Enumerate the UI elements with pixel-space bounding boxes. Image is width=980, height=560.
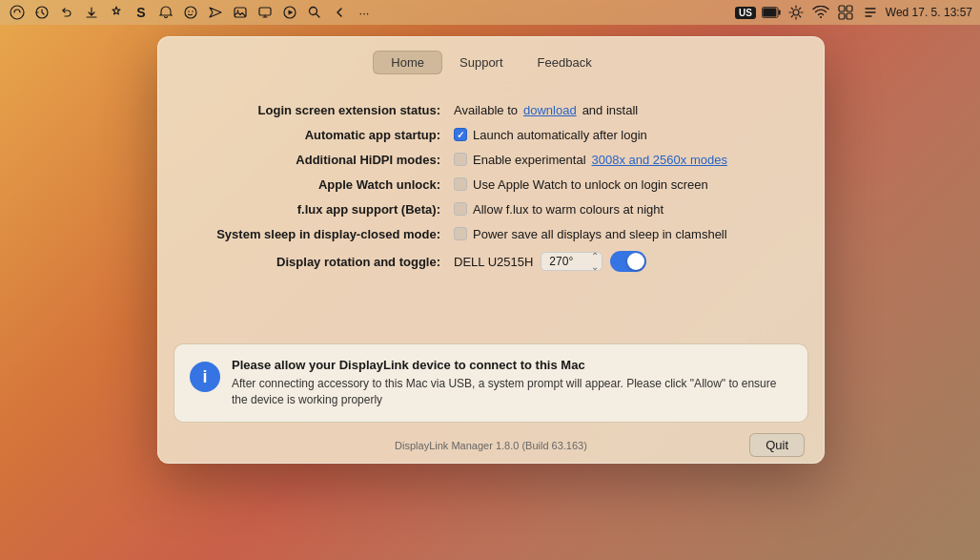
battery-icon xyxy=(762,3,781,22)
photos-icon[interactable] xyxy=(231,3,250,22)
label-watch: Apple Watch unlock: xyxy=(187,177,454,192)
watch-text: Use Apple Watch to unlock on login scree… xyxy=(473,177,708,192)
display-name: DELL U2515H xyxy=(454,255,533,269)
svg-point-2 xyxy=(185,7,196,18)
settings-row-rotation: Display rotation and toggle: DELL U2515H… xyxy=(187,246,795,277)
svg-point-4 xyxy=(192,10,194,12)
settings-row-sleep: System sleep in display-closed mode: Pow… xyxy=(187,221,795,246)
checkbox-sleep[interactable] xyxy=(454,227,467,240)
quit-button[interactable]: Quit xyxy=(749,433,805,457)
svg-point-9 xyxy=(310,8,317,15)
hidpi-link[interactable]: 3008x and 2560x modes xyxy=(592,153,727,167)
login-status-after: and install xyxy=(582,103,639,117)
controlcenter-icon[interactable] xyxy=(836,3,855,22)
wifi-icon[interactable] xyxy=(811,3,830,22)
settings-row-watch: Apple Watch unlock: Use Apple Watch to u… xyxy=(187,172,795,197)
value-rotation: DELL U2515H 270° 0° 90° 180° ⌃⌄ xyxy=(454,251,646,272)
checkbox-flux[interactable] xyxy=(454,202,467,216)
value-flux: Allow f.lux to warm colours at night xyxy=(454,202,664,217)
value-watch: Use Apple Watch to unlock on login scree… xyxy=(454,177,708,192)
label-flux: f.lux app support (Beta): xyxy=(187,202,454,217)
sleep-text: Power save all displays and sleep in cla… xyxy=(473,227,727,241)
history-icon[interactable] xyxy=(32,3,51,22)
menubar-right: US Wed 17. 5. 13:57 xyxy=(735,3,972,22)
info-text: Please allow your DisplayLink device to … xyxy=(232,358,792,408)
more-icon[interactable]: ··· xyxy=(355,3,374,22)
play-icon[interactable] xyxy=(280,3,299,22)
brightness-icon[interactable] xyxy=(786,3,806,22)
settings-row-login: Login screen extension status: Available… xyxy=(187,97,795,122)
download-icon[interactable] xyxy=(82,3,101,22)
tab-feedback[interactable]: Feedback xyxy=(521,52,609,73)
value-sleep: Power save all displays and sleep in cla… xyxy=(454,227,727,241)
download-link[interactable]: download xyxy=(523,103,577,117)
hidpi-text: Enable experimental xyxy=(473,153,586,167)
label-sleep: System sleep in display-closed mode: xyxy=(187,227,454,241)
svg-rect-11 xyxy=(763,8,776,16)
viber-icon[interactable] xyxy=(8,3,27,22)
menubar-left: S ··· xyxy=(8,3,374,22)
degree-select[interactable]: 270° 0° 90° 180° xyxy=(541,252,602,271)
svg-rect-17 xyxy=(847,13,852,19)
label-startup: Automatic app startup: xyxy=(187,128,454,142)
checkbox-watch[interactable] xyxy=(454,177,467,191)
svg-point-6 xyxy=(237,10,239,12)
svg-rect-15 xyxy=(847,6,852,11)
language-badge[interactable]: US xyxy=(735,7,756,19)
label-hidpi: Additional HiDPI modes: xyxy=(187,153,454,167)
magic-icon[interactable] xyxy=(107,3,126,22)
svg-point-3 xyxy=(188,10,190,12)
notificationcenter-icon[interactable] xyxy=(861,3,880,22)
tab-bar: Home Support Feedback xyxy=(158,37,824,84)
value-login: Available to download and install xyxy=(454,103,638,117)
tab-support[interactable]: Support xyxy=(442,52,521,73)
svg-rect-16 xyxy=(839,13,845,19)
tab-home[interactable]: Home xyxy=(373,51,442,74)
checkbox-hidpi[interactable] xyxy=(454,153,467,166)
label-rotation: Display rotation and toggle: xyxy=(187,255,454,269)
spacer xyxy=(158,277,824,334)
value-hidpi: Enable experimental 3008x and 2560x mode… xyxy=(454,153,727,167)
svg-point-13 xyxy=(793,10,799,15)
startup-text: Launch automatically after login xyxy=(473,128,647,142)
checkbox-startup[interactable] xyxy=(454,128,467,141)
screen-icon[interactable] xyxy=(255,3,275,22)
degree-select-wrapper[interactable]: 270° 0° 90° 180° ⌃⌄ xyxy=(541,252,602,271)
value-startup: Launch automatically after login xyxy=(454,128,647,142)
search-icon[interactable] xyxy=(305,3,324,22)
info-title: Please allow your DisplayLink device to … xyxy=(232,358,792,372)
settings-row-hidpi: Additional HiDPI modes: Enable experimen… xyxy=(187,147,795,172)
info-icon: i xyxy=(190,362,220,392)
settings-row-startup: Automatic app startup: Launch automatica… xyxy=(187,122,795,147)
footer: DisplayLink Manager 1.8.0 (Build 63.163)… xyxy=(158,432,824,463)
login-status-text: Available to xyxy=(454,103,518,117)
flux-text: Allow f.lux to warm colours at night xyxy=(473,202,664,217)
svg-rect-7 xyxy=(259,8,271,15)
send-icon[interactable] xyxy=(206,3,225,22)
menubar: S ··· US xyxy=(0,0,980,25)
notification-icon[interactable] xyxy=(156,3,175,22)
undo-icon[interactable] xyxy=(57,3,76,22)
display-toggle[interactable] xyxy=(610,251,646,272)
svg-rect-12 xyxy=(778,10,780,15)
back-icon[interactable] xyxy=(330,3,349,22)
face-icon[interactable] xyxy=(181,3,200,22)
svg-point-0 xyxy=(10,6,24,19)
settings-row-flux: f.lux app support (Beta): Allow f.lux to… xyxy=(187,197,795,221)
app-window: Home Support Feedback Login screen exten… xyxy=(157,36,825,464)
info-banner: i Please allow your DisplayLink device t… xyxy=(174,343,808,423)
menubar-time: Wed 17. 5. 13:57 xyxy=(886,6,972,19)
svg-rect-14 xyxy=(839,6,845,11)
svg-rect-5 xyxy=(235,8,246,17)
label-login: Login screen extension status: xyxy=(187,103,454,117)
version-text: DisplayLink Manager 1.8.0 (Build 63.163) xyxy=(395,440,587,451)
settings-content: Login screen extension status: Available… xyxy=(158,84,824,277)
script-icon[interactable]: S xyxy=(132,3,151,22)
info-body: After connecting accessory to this Mac v… xyxy=(232,376,792,408)
